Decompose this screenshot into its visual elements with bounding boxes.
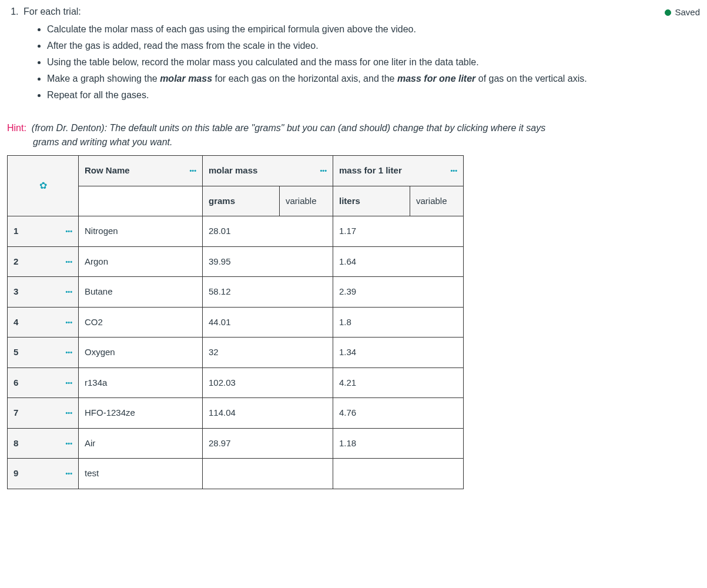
molar-mass-cell[interactable]: 28.97 — [203, 429, 333, 459]
header-molar-mass[interactable]: molar mass ••• — [203, 156, 333, 186]
saved-indicator: Saved — [665, 6, 700, 19]
row-number-cell[interactable]: 1••• — [8, 216, 78, 246]
row-number-cell[interactable]: 4••• — [8, 308, 78, 338]
mass-1-liter-cell[interactable]: 1.64 — [333, 247, 463, 277]
mass-1-liter-cell[interactable]: 2.39 — [333, 277, 463, 307]
ellipsis-icon[interactable]: ••• — [65, 226, 72, 236]
row-number: 3 — [14, 285, 18, 299]
row-number: 6 — [14, 376, 18, 390]
table-row: 4•••CO244.011.8 — [8, 307, 464, 338]
table-row: 8•••Air28.971.18 — [8, 428, 464, 459]
instruction-item: Calculate the molar mass of each gas usi… — [47, 22, 587, 36]
molar-mass-cell[interactable] — [203, 465, 333, 482]
row-name-cell[interactable]: HFO-1234ze — [79, 398, 202, 428]
row-number-cell[interactable]: 5••• — [8, 338, 78, 368]
instruction-item: Repeat for all the gases. — [47, 88, 587, 102]
row-number-cell[interactable]: 9••• — [8, 459, 78, 489]
row-number-cell[interactable]: 2••• — [8, 247, 78, 277]
saved-dot-icon — [665, 9, 671, 16]
instruction-item: Make a graph showing the molar mass for … — [47, 72, 587, 86]
instruction-item: Using the table below, record the molar … — [47, 55, 587, 69]
table-row: 3•••Butane58.122.39 — [8, 277, 464, 308]
row-number: 1 — [14, 225, 18, 238]
row-name-cell[interactable]: Nitrogen — [79, 216, 202, 246]
table-row: 2•••Argon39.951.64 — [8, 246, 464, 277]
unit-type-2[interactable]: variable — [410, 186, 463, 216]
molar-mass-cell[interactable]: 58.12 — [203, 277, 333, 307]
mass-1-liter-cell[interactable]: 4.76 — [333, 398, 463, 428]
molar-mass-cell[interactable]: 28.01 — [203, 216, 333, 246]
row-name-cell[interactable]: CO2 — [79, 308, 202, 338]
molar-mass-cell[interactable]: 32 — [203, 338, 333, 368]
ellipsis-icon[interactable]: ••• — [65, 439, 72, 449]
row-name-cell[interactable]: Air — [79, 429, 202, 459]
hint-label: Hint: — [7, 123, 26, 133]
row-name-cell[interactable]: Butane — [79, 277, 202, 307]
hint-text-line1: (from Dr. Denton): The default units on … — [32, 123, 545, 133]
row-name-cell[interactable]: r134a — [79, 368, 202, 398]
unit-type-1[interactable]: variable — [280, 186, 333, 216]
row-number: 7 — [14, 406, 18, 420]
instruction-bullets: Calculate the molar mass of each gas usi… — [24, 22, 587, 102]
table-row: 6•••r134a102.034.21 — [8, 368, 464, 398]
blank-subheader — [79, 186, 202, 216]
hint-text-line2: grams and writing what you want. — [33, 135, 700, 149]
table-row: 1•••Nitrogen28.011.17 — [8, 216, 464, 247]
ellipsis-icon[interactable]: ••• — [65, 257, 72, 267]
row-number: 8 — [14, 437, 18, 450]
row-name-cell[interactable]: Argon — [79, 247, 202, 277]
header-mass-1-liter[interactable]: mass for 1 liter ••• — [333, 156, 463, 186]
ellipsis-icon[interactable]: ••• — [65, 348, 72, 358]
row-number: 9 — [14, 467, 18, 480]
table-row: 7•••HFO-1234ze114.044.76 — [8, 398, 464, 429]
row-number: 5 — [14, 346, 18, 359]
table-row: 5•••Oxygen321.34 — [8, 338, 464, 368]
row-name-cell[interactable]: test — [79, 459, 202, 489]
ellipsis-icon[interactable]: ••• — [65, 287, 72, 297]
molar-mass-cell[interactable]: 39.95 — [203, 247, 333, 277]
instruction-item: After the gas is added, read the mass fr… — [47, 39, 587, 53]
mass-1-liter-cell[interactable]: 1.8 — [333, 308, 463, 338]
data-table: ✿ Row Name ••• molar mass ••• mass for 1… — [7, 155, 464, 489]
mass-1-liter-cell[interactable]: 1.17 — [333, 216, 463, 246]
mass-1-liter-cell[interactable]: 1.18 — [333, 429, 463, 459]
row-number-cell[interactable]: 3••• — [8, 277, 78, 307]
ellipsis-icon[interactable]: ••• — [320, 166, 327, 176]
hint-block: Hint: (from Dr. Denton): The default uni… — [7, 121, 700, 149]
ellipsis-icon[interactable]: ••• — [450, 166, 457, 176]
table-settings-cell[interactable]: ✿ — [8, 156, 78, 215]
molar-mass-cell[interactable]: 114.04 — [203, 398, 333, 428]
table-row: 9•••test — [8, 459, 464, 489]
ellipsis-icon[interactable]: ••• — [65, 378, 72, 388]
ellipsis-icon[interactable]: ••• — [65, 318, 72, 328]
mass-1-liter-cell[interactable] — [333, 465, 463, 482]
header-row-name[interactable]: Row Name ••• — [79, 156, 202, 186]
row-number: 2 — [14, 255, 18, 269]
row-number-cell[interactable]: 6••• — [8, 368, 78, 398]
question-prompt: For each trial: — [24, 6, 81, 16]
molar-mass-cell[interactable]: 102.03 — [203, 368, 333, 398]
unit-grams[interactable]: grams — [203, 186, 279, 216]
ellipsis-icon[interactable]: ••• — [65, 469, 72, 479]
mass-1-liter-cell[interactable]: 4.21 — [333, 368, 463, 398]
ellipsis-icon[interactable]: ••• — [65, 408, 72, 418]
row-name-cell[interactable]: Oxygen — [79, 338, 202, 368]
gear-icon[interactable]: ✿ — [39, 179, 47, 193]
unit-liters[interactable]: liters — [333, 186, 410, 216]
row-number-cell[interactable]: 8••• — [8, 429, 78, 459]
ellipsis-icon[interactable]: ••• — [189, 166, 196, 176]
molar-mass-cell[interactable]: 44.01 — [203, 308, 333, 338]
saved-label: Saved — [675, 6, 700, 19]
question-list: For each trial: Calculate the molar mass… — [7, 5, 587, 105]
row-number-cell[interactable]: 7••• — [8, 398, 78, 428]
mass-1-liter-cell[interactable]: 1.34 — [333, 338, 463, 368]
row-number: 4 — [14, 316, 18, 329]
